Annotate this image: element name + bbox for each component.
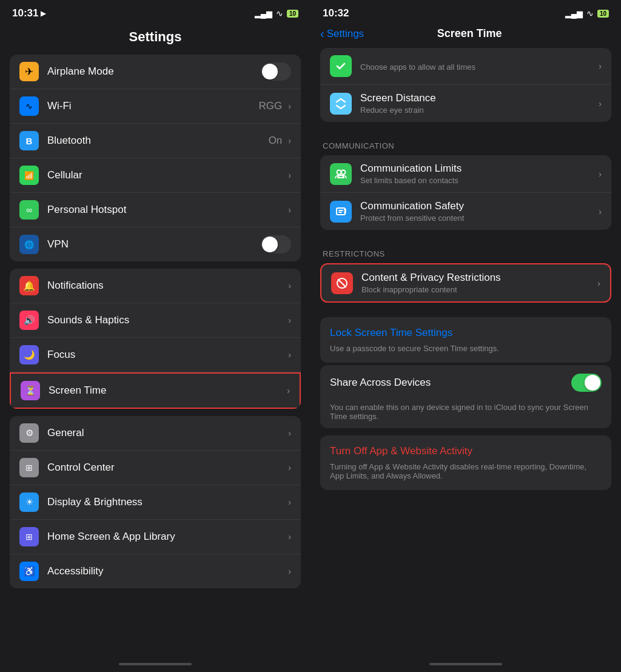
- bluetooth-icon: B: [19, 131, 39, 150]
- airplane-mode-text: Airplane Mode: [47, 66, 261, 78]
- general-row[interactable]: ⚙ General ›: [10, 416, 301, 451]
- control-center-text: Control Center: [47, 462, 288, 474]
- right-scroll-content: Choose apps to allow at all times › Scre…: [310, 48, 621, 660]
- screen-distance-sublabel: Reduce eye strain: [360, 106, 599, 115]
- home-screen-chevron: ›: [288, 532, 291, 542]
- display-right: ›: [288, 497, 291, 507]
- focus-chevron: ›: [288, 350, 291, 360]
- control-center-icon: ⊞: [19, 458, 39, 477]
- back-label: Settings: [327, 28, 364, 40]
- turn-off-row[interactable]: Turn Off App & Website Activity Turning …: [320, 435, 611, 490]
- bluetooth-value: On: [269, 135, 283, 147]
- content-privacy-chevron: ›: [597, 278, 600, 288]
- restrictions-section-label: RESTRICTIONS: [320, 237, 611, 263]
- bluetooth-row[interactable]: B Bluetooth On ›: [10, 124, 301, 158]
- focus-label: Focus: [47, 349, 75, 360]
- comm-safety-label: Communication Safety: [360, 200, 599, 212]
- wifi-text: Wi-Fi: [47, 100, 259, 112]
- notifications-right: ›: [288, 281, 291, 291]
- general-right: ›: [288, 428, 291, 438]
- hotspot-text: Personal Hotspot: [47, 204, 288, 216]
- wifi-icon: ∿: [19, 96, 39, 116]
- lock-settings-label[interactable]: Lock Screen Time Settings: [330, 327, 602, 339]
- screen-time-label: Screen Time: [49, 385, 106, 396]
- cellular-row[interactable]: 📶 Cellular ›: [10, 158, 301, 193]
- accessibility-chevron: ›: [288, 566, 291, 576]
- cellular-chevron: ›: [288, 170, 291, 180]
- personal-hotspot-row[interactable]: ∞ Personal Hotspot ›: [10, 193, 301, 227]
- home-screen-right: ›: [288, 532, 291, 542]
- sounds-chevron: ›: [288, 315, 291, 325]
- bluetooth-label: Bluetooth: [47, 135, 91, 146]
- accessibility-text: Accessibility: [47, 565, 288, 577]
- sounds-row[interactable]: 🔊 Sounds & Haptics ›: [10, 303, 301, 338]
- always-allowed-chevron: ›: [599, 61, 602, 71]
- notifications-icon: 🔔: [19, 276, 39, 295]
- lock-settings-row[interactable]: Lock Screen Time Settings Use a passcode…: [320, 317, 611, 363]
- airplane-mode-row[interactable]: ✈ Airplane Mode: [10, 55, 301, 89]
- back-button[interactable]: ‹ Settings: [320, 27, 364, 41]
- screen-time-icon: ⏳: [21, 381, 40, 400]
- control-center-row[interactable]: ⊞ Control Center ›: [10, 451, 301, 485]
- display-icon: ☀: [19, 492, 39, 512]
- control-center-chevron: ›: [288, 463, 291, 472]
- notifications-chevron: ›: [288, 281, 291, 291]
- notifications-label: Notifications: [47, 280, 104, 291]
- vpn-toggle[interactable]: [261, 235, 291, 254]
- notifications-text: Notifications: [47, 280, 288, 292]
- turn-off-sublabel: Turning off App & Website Activity disab…: [330, 462, 602, 480]
- sounds-label: Sounds & Haptics: [47, 314, 129, 326]
- right-time: 10:32: [323, 7, 349, 19]
- right-wifi-icon: ∿: [586, 8, 594, 18]
- turn-off-label[interactable]: Turn Off App & Website Activity: [330, 445, 602, 457]
- comm-safety-row[interactable]: Communication Safety Protect from sensit…: [320, 193, 611, 230]
- screen-distance-row[interactable]: Screen Distance Reduce eye strain ›: [320, 85, 611, 122]
- accessibility-label: Accessibility: [47, 565, 104, 577]
- sounds-text: Sounds & Haptics: [47, 314, 288, 326]
- display-row[interactable]: ☀ Display & Brightness ›: [10, 485, 301, 520]
- airplane-mode-right: [261, 62, 291, 81]
- share-devices-toggle-knob: [585, 375, 600, 391]
- share-devices-sublabel: You can enable this on any device signed…: [320, 403, 611, 428]
- comm-limits-text: Communication Limits Set limits based on…: [360, 163, 599, 185]
- comm-limits-row[interactable]: Communication Limits Set limits based on…: [320, 155, 611, 193]
- home-screen-row[interactable]: ⊞ Home Screen & App Library ›: [10, 520, 301, 554]
- share-devices-toggle[interactable]: [571, 374, 602, 392]
- top-partial-group: Choose apps to allow at all times › Scre…: [320, 48, 611, 122]
- hotspot-right: ›: [288, 205, 291, 215]
- vpn-row[interactable]: 🌐 VPN: [10, 227, 301, 261]
- communication-section-label: COMMUNICATION: [320, 129, 611, 155]
- screen-time-row[interactable]: ⏳ Screen Time ›: [10, 372, 301, 409]
- home-screen-icon: ⊞: [19, 527, 39, 546]
- airplane-mode-toggle[interactable]: [261, 62, 291, 81]
- wifi-label: Wi-Fi: [47, 100, 72, 112]
- accessibility-row[interactable]: ♿ Accessibility ›: [10, 554, 301, 588]
- bluetooth-right: On ›: [269, 135, 291, 147]
- focus-row[interactable]: 🌙 Focus ›: [10, 338, 301, 372]
- notifications-row[interactable]: 🔔 Notifications ›: [10, 269, 301, 303]
- always-allowed-row[interactable]: Choose apps to allow at all times ›: [320, 48, 611, 85]
- sounds-right: ›: [288, 315, 291, 325]
- cellular-icon: 📶: [19, 166, 39, 185]
- general-text: General: [47, 427, 288, 439]
- comm-safety-chevron: ›: [599, 207, 602, 217]
- right-home-indicator: [310, 660, 621, 672]
- comm-limits-sublabel: Set limits based on contacts: [360, 176, 599, 185]
- always-allowed-sublabel: Choose apps to allow at all times: [360, 62, 599, 72]
- wifi-value: RGG: [259, 100, 283, 112]
- focus-icon: 🌙: [19, 345, 39, 365]
- wifi-row[interactable]: ∿ Wi-Fi RGG ›: [10, 89, 301, 124]
- vpn-right: [261, 235, 291, 254]
- right-status-bar: 10:32 ▂▄▆ ∿ 10: [310, 0, 621, 24]
- svg-rect-2: [337, 208, 345, 215]
- content-privacy-row[interactable]: Content & Privacy Restrictions Block ina…: [321, 264, 610, 301]
- airplane-mode-icon: ✈: [19, 62, 39, 81]
- screen-distance-label: Screen Distance: [360, 92, 599, 104]
- left-status-bar: 10:31 ▶ ▂▄▆ ∿ 10: [0, 0, 310, 24]
- left-home-indicator: [0, 660, 310, 672]
- right-panel: 10:32 ▂▄▆ ∿ 10 ‹ Settings Screen Time: [310, 0, 621, 672]
- comm-limits-icon: [330, 163, 352, 185]
- right-page-title: Screen Time: [364, 27, 575, 40]
- general-chevron: ›: [288, 428, 291, 438]
- cellular-text: Cellular: [47, 169, 288, 181]
